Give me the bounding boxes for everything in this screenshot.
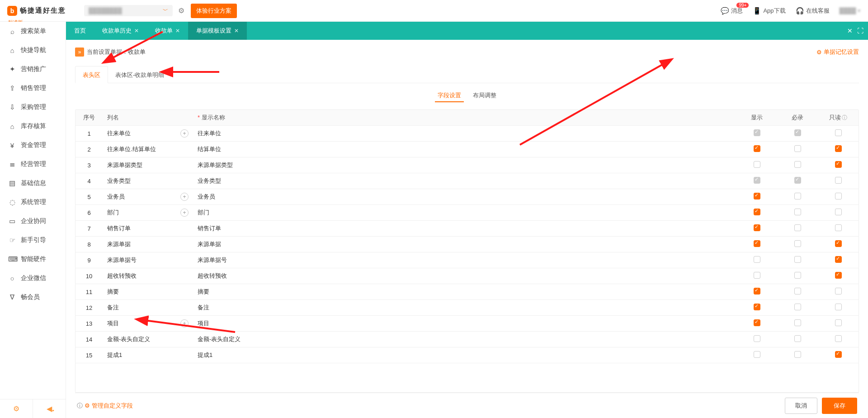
topbar-right: 💬 消息 99+ 📱 App下载 🎧 在线客服 ████ ▾ — [721, 7, 861, 15]
logo: b 畅捷通好生意 — [7, 6, 66, 16]
company-select[interactable]: ████████ ﹀ — [84, 5, 173, 16]
try-industry-button[interactable]: 体验行业方案 — [191, 4, 237, 18]
app-download-link[interactable]: 📱 App下载 — [753, 7, 785, 15]
support-label: 在线客服 — [806, 7, 830, 15]
logo-icon: b — [7, 6, 17, 16]
user-menu[interactable]: ████ ▾ — [840, 7, 861, 14]
messages-badge: 99+ — [736, 2, 749, 8]
topbar: b 畅捷通好生意 标准版 ████████ ﹀ ⚙ 体验行业方案 💬 消息 99… — [0, 0, 868, 22]
chat-icon: 💬 — [721, 7, 729, 15]
app-label: App下载 — [763, 7, 785, 15]
support-link[interactable]: 🎧 在线客服 — [796, 7, 830, 15]
messages-link[interactable]: 💬 消息 99+ — [721, 7, 743, 15]
brand-name: 畅捷通好生意 — [20, 6, 66, 15]
phone-icon: 📱 — [753, 7, 761, 15]
company-name: ████████ — [89, 7, 122, 14]
chevron-down-icon: ﹀ — [163, 7, 168, 14]
headset-icon: 🎧 — [796, 7, 804, 15]
gear-icon[interactable]: ⚙ — [178, 6, 184, 15]
